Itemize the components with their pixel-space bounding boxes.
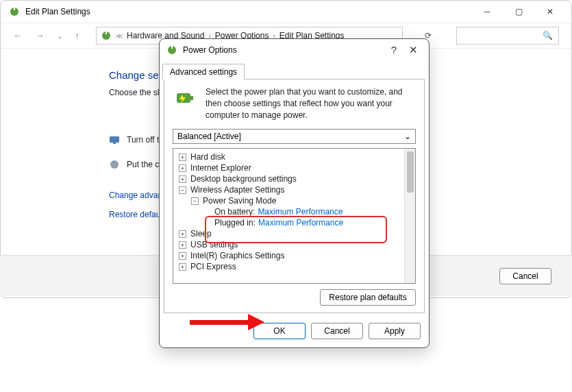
power-plan-icon	[166, 45, 177, 56]
breadcrumb-sep: ≪	[116, 32, 123, 40]
dialog-description: Select the power plan that you want to c…	[206, 86, 416, 121]
collapse-icon[interactable]: −	[179, 186, 186, 194]
tree-item-wireless[interactable]: −Wireless Adapter Settings	[173, 184, 404, 195]
tree-item-sleep[interactable]: +Sleep	[173, 228, 404, 239]
advanced-settings-panel: Select the power plan that you want to c…	[164, 79, 425, 313]
sleep-icon	[109, 159, 120, 170]
cancel-button[interactable]: Cancel	[311, 323, 363, 339]
svg-rect-4	[110, 136, 119, 143]
parent-titlebar: Edit Plan Settings ─ ▢ ✕	[1, 1, 571, 23]
tree-item-usb[interactable]: +USB settings	[173, 239, 404, 250]
setting-on-battery[interactable]: On battery: Maximum Performance	[173, 206, 404, 217]
tree-item-desktop-bg[interactable]: +Desktop background settings	[173, 173, 404, 184]
expand-icon[interactable]: +	[179, 230, 186, 238]
power-plan-icon	[9, 6, 20, 17]
parent-window-controls: ─ ▢ ✕	[471, 1, 566, 22]
ok-button[interactable]: OK	[253, 323, 306, 339]
power-options-dialog: Power Options ? ✕ Advanced settings Sele…	[159, 38, 430, 348]
tree-item-intel-graphics[interactable]: +Intel(R) Graphics Settings	[173, 250, 404, 261]
nav-recent-icon[interactable]: ⌄	[57, 32, 62, 40]
expand-icon[interactable]: +	[179, 263, 186, 271]
battery-plan-icon	[173, 86, 197, 113]
dialog-close-button[interactable]: ✕	[409, 44, 418, 56]
nav-back-icon[interactable]: ←	[13, 30, 23, 41]
search-input[interactable]: 🔍	[456, 27, 559, 45]
tab-advanced-settings[interactable]: Advanced settings	[162, 64, 245, 79]
svg-rect-5	[113, 143, 116, 144]
restore-plan-defaults-button[interactable]: Restore plan defaults	[320, 289, 416, 306]
parent-window-title: Edit Plan Settings	[25, 7, 90, 16]
tree-item-hard-disk[interactable]: +Hard disk	[173, 151, 404, 162]
maximize-button[interactable]: ▢	[503, 1, 534, 22]
tree-item-pci-express[interactable]: +PCI Express	[173, 261, 404, 272]
expand-icon[interactable]: +	[179, 241, 186, 249]
dialog-button-row: OK Cancel Apply	[160, 317, 429, 347]
power-plan-icon	[101, 30, 112, 41]
expand-icon[interactable]: +	[179, 154, 186, 161]
close-button[interactable]: ✕	[534, 1, 566, 22]
nav-forward-icon[interactable]: →	[35, 30, 45, 41]
svg-rect-8	[171, 46, 173, 49]
svg-point-6	[110, 160, 119, 169]
svg-rect-3	[105, 32, 107, 34]
svg-rect-10	[190, 96, 193, 100]
plugged-in-value[interactable]: Maximum Performance	[258, 218, 343, 228]
svg-rect-1	[14, 8, 15, 10]
dialog-titlebar: Power Options ? ✕	[160, 39, 429, 61]
expand-icon[interactable]: +	[179, 252, 186, 260]
collapse-icon[interactable]: −	[191, 197, 199, 205]
tab-strip: Advanced settings	[160, 61, 429, 79]
help-button[interactable]: ?	[391, 44, 397, 56]
expand-icon[interactable]: +	[179, 175, 186, 183]
nav-up-icon[interactable]: ↑	[75, 30, 79, 41]
setting-plugged-in[interactable]: Plugged in: Maximum Performance	[173, 217, 404, 228]
settings-tree: +Hard disk +Internet Explorer +Desktop b…	[173, 148, 416, 284]
expand-icon[interactable]: +	[179, 164, 186, 172]
search-icon: 🔍	[543, 31, 553, 40]
apply-button[interactable]: Apply	[369, 323, 421, 339]
tree-item-power-saving-mode[interactable]: −Power Saving Mode	[173, 195, 404, 206]
display-icon	[109, 134, 120, 145]
parent-cancel-button[interactable]: Cancel	[499, 268, 551, 284]
tree-item-ie[interactable]: +Internet Explorer	[173, 162, 404, 173]
minimize-button[interactable]: ─	[471, 1, 503, 22]
tree-scrollbar[interactable]	[404, 149, 415, 283]
plan-selected-value: Balanced [Active]	[177, 132, 241, 141]
dialog-title: Power Options	[183, 45, 237, 55]
chevron-down-icon: ⌄	[404, 132, 411, 141]
power-plan-select[interactable]: Balanced [Active] ⌄	[173, 129, 416, 144]
on-battery-value[interactable]: Maximum Performance	[258, 207, 343, 217]
